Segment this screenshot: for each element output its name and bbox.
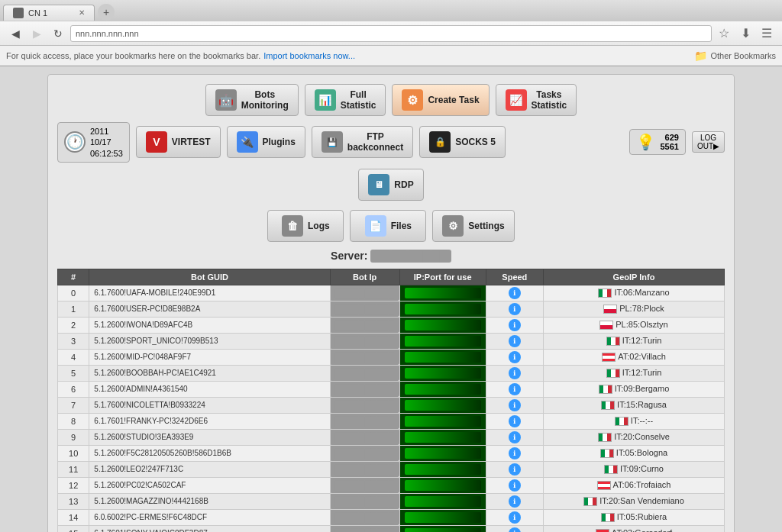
create-task-button[interactable]: ⚙ Create Task: [392, 84, 489, 116]
col-botip: Bot Ip: [330, 269, 399, 285]
virtest-icon: V: [146, 131, 167, 153]
cell-speed: ℹ: [486, 477, 543, 493]
country-flag: [599, 385, 612, 394]
table-row[interactable]: 35.1.2600!SPORT_UNICO!7099B513██████████…: [58, 333, 725, 349]
full-statistic-button[interactable]: 📊 FullStatistic: [305, 84, 386, 116]
cell-num: 14: [58, 509, 89, 525]
table-row[interactable]: 06.1.7600!UAFA-MOBILE!240E99D1██████████…: [58, 285, 725, 301]
cell-port: [399, 301, 486, 317]
bots-table: # Bot GUID Bot Ip IP:Port for use Speed …: [57, 269, 725, 532]
address-input[interactable]: [70, 25, 712, 42]
table-row[interactable]: 75.1.7600!NICOLETTA!B0933224██████████ℹI…: [58, 397, 725, 413]
cell-geoip: IT:05:Bologna: [544, 445, 725, 461]
logs-icon: 🗑: [282, 215, 303, 237]
bots-table-container[interactable]: # Bot GUID Bot Ip IP:Port for use Speed …: [57, 269, 725, 532]
table-row[interactable]: 146.0.6002!PC-ERMES!F6C48DCF██████████ℹI…: [58, 509, 725, 525]
speed-icon: ℹ: [509, 527, 521, 532]
socks5-label: SOCKS 5: [455, 137, 496, 147]
cell-guid: 5.1.2600!IWONA!D89AFC4B: [89, 317, 330, 333]
cell-bot-ip: ██████████: [330, 349, 399, 365]
speed-icon: ℹ: [509, 335, 521, 347]
ftp-button[interactable]: 💾 FTPbackconnect: [312, 126, 413, 158]
ftp-icon: 💾: [322, 131, 343, 153]
cell-port: [399, 365, 486, 381]
settings-button[interactable]: ⚙ Settings: [432, 210, 514, 242]
tasks-statistic-button[interactable]: 📈 TasksStatistic: [496, 84, 577, 116]
toolbar-row-3: 🖥 RDP: [57, 169, 725, 201]
back-button[interactable]: ◀: [6, 24, 24, 43]
tab-favicon: [13, 8, 24, 18]
other-bookmarks: 📁 Other Bookmarks: [694, 50, 776, 62]
country-flag: [583, 497, 597, 506]
cell-port: [399, 397, 486, 413]
cell-geoip: IT:12:Turin: [544, 333, 725, 349]
logout-button[interactable]: LOG OUT▶: [692, 131, 725, 153]
cell-guid: 5.1.2600!BOOBBAH-PC!AE1C4921: [89, 365, 330, 381]
table-row[interactable]: 55.1.2600!BOOBBAH-PC!AE1C4921██████████ℹ…: [58, 365, 725, 381]
gold-widget: 💡 629 5561: [629, 129, 685, 155]
speed-icon: ℹ: [509, 351, 521, 363]
refresh-button[interactable]: ↻: [49, 24, 67, 43]
page-content: 🤖 BotsMonitoring 📊 FullStatistic ⚙ Creat…: [0, 66, 782, 532]
cell-guid: 5.1.2600!STUDIO!3EA393E9: [89, 429, 330, 445]
table-row[interactable]: 65.1.2600!ADMIN!A4361540██████████ℹIT:09…: [58, 381, 725, 397]
bots-monitoring-button[interactable]: 🤖 BotsMonitoring: [205, 84, 299, 116]
virtest-button[interactable]: V VIRTEST: [136, 126, 221, 158]
cell-speed: ℹ: [486, 461, 543, 477]
bookmark-star-icon[interactable]: ☆: [715, 24, 733, 43]
forward-button[interactable]: ▶: [27, 24, 46, 43]
settings-icon: ⚙: [442, 215, 464, 237]
geoip-text: IT:12:Turin: [622, 336, 662, 345]
cell-port: [399, 317, 486, 333]
cell-guid: 6.1.7601!SONY-VAIO!C0DF3D87: [89, 525, 330, 532]
files-label: Files: [391, 221, 412, 231]
cell-speed: ℹ: [486, 429, 543, 445]
logs-button[interactable]: 🗑 Logs: [267, 210, 344, 242]
clock-icon: 🕐: [64, 131, 86, 153]
download-icon[interactable]: ⬇: [736, 24, 755, 43]
cell-bot-ip: ██████████: [330, 317, 399, 333]
table-row[interactable]: 135.1.2600!MAGAZZINO!4442168B██████████ℹ…: [58, 493, 725, 509]
cell-geoip: AT:02:Villach: [544, 349, 725, 365]
browser-chrome: CN 1 ✕ + ◀ ▶ ↻ ☆ ⬇ ☰ For quick access, p…: [0, 0, 782, 66]
browser-tab[interactable]: CN 1 ✕: [3, 5, 95, 21]
country-flag: [603, 305, 617, 314]
table-row[interactable]: 86.1.7601!FRANKY-PC!3242D6E6██████████ℹI…: [58, 413, 725, 429]
bookmarks-text: For quick access, place your bookmarks h…: [6, 51, 260, 60]
table-row[interactable]: 16.1.7600!USER-PC!D8E98B2A██████████ℹPL:…: [58, 301, 725, 317]
cell-speed: ℹ: [486, 285, 543, 301]
cell-port: [399, 493, 486, 509]
files-button[interactable]: 📄 Files: [350, 210, 426, 242]
cell-num: 6: [58, 381, 89, 397]
plugins-label: Plugins: [263, 137, 296, 147]
cell-bot-ip: ██████████: [330, 509, 399, 525]
table-row[interactable]: 115.1.2600!LEO2!247F713C██████████ℹIT:09…: [58, 461, 725, 477]
table-row[interactable]: 25.1.2600!IWONA!D89AFC4B██████████ℹPL:85…: [58, 317, 725, 333]
cell-num: 0: [58, 285, 89, 301]
cell-guid: 5.1.2600!LEO2!247F713C: [89, 461, 330, 477]
table-row[interactable]: 156.1.7601!SONY-VAIO!C0DF3D87██████████ℹ…: [58, 525, 725, 532]
speed-icon: ℹ: [509, 495, 521, 508]
geoip-text: IT:05:Rubiera: [617, 512, 667, 521]
table-row[interactable]: 45.1.2600!MID-PC!048AF9F7██████████ℹAT:0…: [58, 349, 725, 365]
plugins-button[interactable]: 🔌 Plugins: [227, 126, 305, 158]
import-bookmarks-link[interactable]: Import bookmarks now...: [263, 51, 355, 60]
cell-port: [399, 525, 486, 532]
table-row[interactable]: 105.1.2600!F5C28120505260B!586D1B6B█████…: [58, 445, 725, 461]
server-label: Server:: [331, 250, 367, 262]
cell-bot-ip: ██████████: [330, 493, 399, 509]
geoip-text: IT:15:Ragusa: [617, 400, 667, 409]
geoip-text: AT:03:Gerasdorf: [612, 528, 672, 532]
table-row[interactable]: 125.1.2600!PC02!CA502CAF██████████ℹAT:06…: [58, 477, 725, 493]
table-row[interactable]: 95.1.2600!STUDIO!3EA393E9██████████ℹIT:2…: [58, 429, 725, 445]
cell-num: 10: [58, 445, 89, 461]
menu-icon[interactable]: ☰: [758, 24, 776, 43]
cell-geoip: IT:15:Ragusa: [544, 397, 725, 413]
col-guid: Bot GUID: [89, 269, 330, 285]
cell-guid: 5.1.2600!PC02!CA502CAF: [89, 477, 330, 493]
rdp-button[interactable]: 🖥 RDP: [358, 169, 423, 201]
socks5-button[interactable]: 🔒 SOCKS 5: [419, 126, 506, 158]
create-task-label: Create Task: [428, 95, 479, 105]
tab-close-button[interactable]: ✕: [79, 8, 85, 17]
new-tab-button[interactable]: +: [98, 4, 115, 21]
